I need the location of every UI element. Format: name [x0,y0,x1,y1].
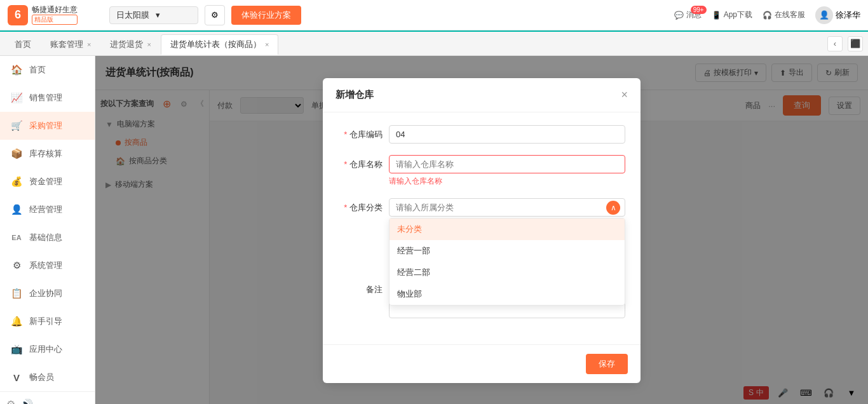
username: 徐泽华 [836,10,860,21]
returns-tab-close[interactable]: × [147,41,151,48]
modal-body: * 仓库编码 * 仓库名称 [323,112,641,344]
tab-accounts[interactable]: 账套管理 × [41,34,100,55]
sidebar-label-inventory: 库存核算 [29,148,62,159]
category-dropdown: 未分类 经营一部 经营二部 物业部 [389,218,625,306]
code-input[interactable] [389,125,625,144]
modal-title: 新增仓库 [336,89,374,101]
required-star: * [344,130,347,139]
name-input[interactable] [389,155,625,173]
stats-tab-close[interactable]: × [265,41,269,48]
dropdown-item-uncategorized[interactable]: 未分类 [390,219,625,240]
purchase-icon: 🛒 [10,119,23,132]
logo-icon: 6 [8,5,28,25]
sidebar-volume-icon[interactable]: 🔊 [20,398,33,404]
name-field: 请输入仓库名称 [389,155,625,187]
modal-close-btn[interactable]: × [621,88,628,102]
sidebar: 🏠 首页 📈 销售管理 🛒 采购管理 📦 库存核算 💰 资金管理 👤 经营管理 … [0,56,95,404]
sidebar-item-collab[interactable]: 📋 企业协同 [0,279,95,307]
collab-icon: 📋 [10,287,23,300]
sidebar-label-operations: 经营管理 [29,204,62,215]
avatar-icon: 👤 [819,10,829,20]
sidebar-label-system: 系统管理 [29,260,62,271]
tab-bar-controls: ‹ ⬛ [827,36,863,51]
tab-prev-btn[interactable]: ‹ [827,36,843,51]
accounts-tab-label: 账套管理 [50,39,83,50]
avatar: 👤 [815,6,833,24]
online-service-label: 在线客服 [775,10,805,20]
user-info[interactable]: 👤 徐泽华 [815,6,860,24]
newbie-icon: 🔔 [10,315,23,328]
sidebar-label-home: 首页 [29,64,46,76]
returns-tab-label: 进货退货 [110,39,143,50]
dropdown-item-dept2[interactable]: 经营二部 [390,262,625,283]
code-label: * 仓库编码 [338,125,389,140]
modal-overlay: 新增仓库 × * 仓库编码 [95,56,868,404]
top-header: 6 畅捷通好生意 精品版 日太阳膜 ▾ ⚙ 体验行业方案 💬 消息 99+ 📱 … [0,0,868,30]
message-btn[interactable]: 💬 消息 99+ [674,10,702,20]
category-label: * 仓库分类 [338,198,389,213]
message-icon: 💬 [674,11,684,20]
code-field [389,125,625,144]
form-row-category: * 仓库分类 ∧ 未分类 经营一部 经营二部 物业部 [338,198,625,217]
note-label: 备注 [338,280,389,295]
sidebar-label-finance: 资金管理 [29,176,62,187]
category-input[interactable] [389,198,625,217]
apps-icon: 📺 [10,343,23,356]
tab-bar: 首页 账套管理 × 进货退货 × 进货单统计表（按商品） × ‹ ⬛ [0,32,868,56]
gear-icon: ⚙ [211,10,219,20]
sidebar-item-finance[interactable]: 💰 资金管理 [0,168,95,196]
logo-badge: 精品版 [32,15,78,25]
name-required-star: * [344,159,347,169]
vip-icon: V [10,371,23,384]
sidebar-item-vip[interactable]: V 畅会员 [0,363,95,391]
dropdown-item-dept1[interactable]: 经营一部 [390,240,625,262]
category-toggle-btn[interactable]: ∧ [606,201,620,215]
sidebar-item-apps[interactable]: 📺 应用中心 [0,335,95,363]
online-service-btn[interactable]: 🎧 在线客服 [763,10,805,20]
logo-area: 6 畅捷通好生意 精品版 [8,5,103,25]
modal-add-warehouse: 新增仓库 × * 仓库编码 [323,78,641,383]
sidebar-item-basic-info[interactable]: EA 基础信息 [0,224,95,252]
system-icon: ⚙ [10,259,23,272]
sidebar-settings-icon[interactable]: ⚙ [6,398,15,404]
sidebar-label-sales: 销售管理 [29,92,62,104]
form-row-code: * 仓库编码 [338,125,625,144]
sidebar-label-purchase: 采购管理 [29,120,62,131]
sidebar-item-newbie[interactable]: 🔔 新手引导 [0,307,95,335]
accounts-tab-close[interactable]: × [87,41,91,48]
sidebar-item-inventory[interactable]: 📦 库存核算 [0,140,95,168]
modal-footer: 保存 [323,344,641,383]
phone-icon: 📱 [712,11,721,20]
tab-returns[interactable]: 进货退货 × [100,34,160,55]
tab-stats[interactable]: 进货单统计表（按商品） × [161,34,278,55]
app-download-label: App下载 [724,10,752,20]
sales-icon: 📈 [10,91,23,104]
dropdown-item-property[interactable]: 物业部 [390,283,625,305]
sidebar-item-home[interactable]: 🏠 首页 [0,56,95,84]
store-name: 日太阳膜 [116,10,152,21]
trial-button[interactable]: 体验行业方案 [231,6,301,25]
sidebar-item-system[interactable]: ⚙ 系统管理 [0,252,95,279]
page-content: 进货单统计(按商品) 🖨 按模板打印 ▾ ⬆ 导出 ↻ 刷新 [95,56,868,404]
settings-icon-btn[interactable]: ⚙ [205,5,225,25]
sidebar-item-sales[interactable]: 📈 销售管理 [0,84,95,112]
category-required-star: * [344,203,347,212]
modal-header: 新增仓库 × [323,78,641,112]
home-icon: 🏠 [10,64,23,76]
tab-home[interactable]: 首页 [5,34,41,55]
header-right: 💬 消息 99+ 📱 App下载 🎧 在线客服 👤 徐泽华 [674,6,860,24]
sidebar-item-operations[interactable]: 👤 经营管理 [0,196,95,224]
inventory-icon: 📦 [10,147,23,160]
app-download-btn[interactable]: 📱 App下载 [712,10,752,20]
sidebar-label-newbie: 新手引导 [29,316,62,327]
headset-icon: 🎧 [763,11,772,20]
modal-save-btn[interactable]: 保存 [586,354,628,374]
sidebar-item-purchase[interactable]: 🛒 采购管理 [0,112,95,140]
sidebar-label-collab: 企业协同 [29,288,62,299]
category-field: ∧ 未分类 经营一部 经营二部 物业部 [389,198,625,217]
tab-next-btn[interactable]: ⬛ [848,36,863,51]
store-dropdown-icon: ▾ [156,10,191,20]
main-layout: 🏠 首页 📈 销售管理 🛒 采购管理 📦 库存核算 💰 资金管理 👤 经营管理 … [0,56,868,404]
operations-icon: 👤 [10,203,23,216]
store-selector[interactable]: 日太阳膜 ▾ [109,6,198,24]
